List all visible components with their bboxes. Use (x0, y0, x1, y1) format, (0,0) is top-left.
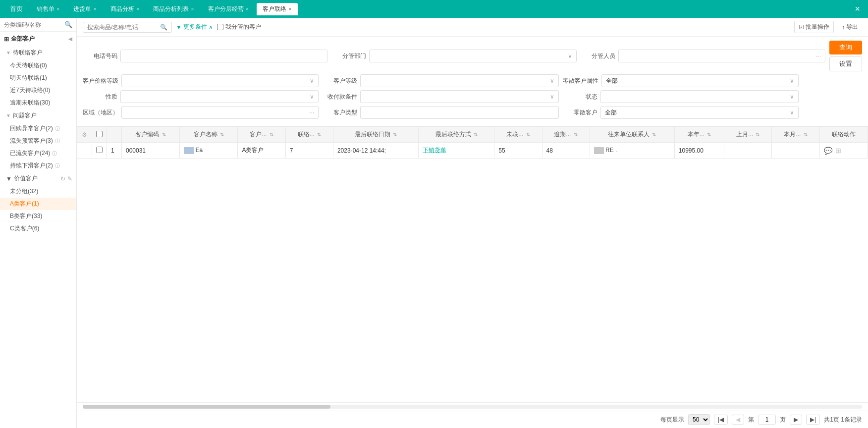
pending-group-label[interactable]: ▼ 待联络客户 (0, 46, 76, 59)
sidebar-item-overdue[interactable]: 逾期未联络(30) (0, 97, 76, 109)
manager-input[interactable]: ··· (618, 50, 825, 62)
checkbox-column-header[interactable] (92, 127, 107, 143)
close-tab-analysis-list[interactable]: × (191, 6, 194, 12)
next-page-button[interactable]: ▶ (790, 415, 802, 425)
manager-label: 分管人员 (581, 52, 615, 60)
sidebar-item-ungrouped[interactable]: 未分组(32) (0, 185, 76, 198)
query-button[interactable]: 查询 (829, 41, 862, 54)
per-page-select[interactable]: 50 (688, 414, 710, 425)
close-tab-analysis[interactable]: × (136, 6, 139, 12)
sidebar-item-abnormal[interactable]: 回购异常客户(2) ⓘ (0, 122, 76, 135)
export-button[interactable]: ↑ 导出 (838, 21, 862, 33)
my-customers-check[interactable] (217, 24, 223, 30)
close-tab-customer-contact[interactable]: × (288, 6, 291, 12)
select-all-checkbox[interactable] (96, 131, 103, 137)
row-last-method[interactable]: 下销货单 (419, 143, 494, 159)
row-checkbox-cell[interactable] (92, 143, 107, 159)
edit-icon[interactable]: ✎ (67, 175, 72, 182)
row-contact: 7 (285, 143, 333, 159)
sidebar-item-declining[interactable]: 持续下滑客户(2) ⓘ (0, 160, 76, 172)
sidebar-item-tomorrow[interactable]: 明天待联络(1) (0, 72, 76, 84)
value-group-label[interactable]: ▼ 价值客户 ↻ ✎ (0, 172, 76, 185)
gear-column-header[interactable]: ⚙ (77, 127, 92, 143)
phone-input[interactable] (120, 50, 327, 62)
uncontacted-column-header[interactable]: 未联... ⇅ (494, 127, 542, 143)
last-method-link[interactable]: 下销货单 (423, 147, 446, 154)
tab-purchase[interactable]: 进货单 × (67, 3, 102, 15)
tab-customer-tier[interactable]: 客户分层经营 × (202, 3, 255, 15)
close-window-button[interactable]: × (851, 4, 864, 14)
sidebar-item-churned[interactable]: 已流失客户(24) ⓘ (0, 147, 76, 160)
chevron-down-icon4: ∨ (550, 77, 554, 84)
scrollbar-thumb[interactable] (83, 405, 330, 409)
this-year-column-header[interactable]: 本年... ⇅ (674, 127, 724, 143)
name-column-header[interactable]: 客户名称 ⇅ (180, 127, 238, 143)
tab-analysis[interactable]: 商品分析 × (105, 3, 145, 15)
sidebar-search-input[interactable] (4, 21, 64, 28)
chat-action-icon[interactable]: 💬 (824, 147, 832, 155)
retail-select[interactable]: 全部 ∨ (600, 106, 799, 119)
current-page-input[interactable] (758, 415, 776, 425)
close-tab-sales[interactable]: × (56, 6, 59, 12)
status-label: 状态 (563, 93, 597, 101)
price-level-select[interactable]: ∨ (121, 74, 319, 87)
grid-action-icon[interactable]: ⊞ (835, 147, 841, 155)
info-icon2: ⓘ (55, 138, 60, 145)
last-page-button[interactable]: ▶| (806, 415, 820, 425)
batch-op-button[interactable]: ☑ 批量操作 (794, 21, 834, 33)
tab-sales[interactable]: 销售单 × (31, 3, 65, 15)
payment-label: 收付款条件 (323, 93, 357, 101)
type-column-header[interactable]: 客户... ⇅ (238, 127, 285, 143)
customer-type-input[interactable] (360, 106, 558, 119)
all-customers-header[interactable]: ⊞ 全部客户 ◀ (0, 32, 76, 46)
info-icon: ⓘ (55, 125, 60, 132)
sort-icon-contact: ⇅ (317, 132, 321, 137)
last-method-column-header[interactable]: 最后联络方式 ⇅ (419, 127, 494, 143)
sidebar-item-7days[interactable]: 近7天待联络(0) (0, 84, 76, 97)
contact-column-header[interactable]: 联络... ⇅ (285, 127, 333, 143)
sidebar-item-churn-warning[interactable]: 流失预警客户(3) ⓘ (0, 135, 76, 147)
filter-cell-manager: 分管人员 ··· (581, 50, 825, 62)
my-customers-checkbox[interactable]: 我分管的客户 (217, 23, 261, 31)
row-code[interactable]: 000031 (122, 143, 180, 159)
main-search-input[interactable] (87, 24, 158, 31)
home-tab[interactable]: 首页 (4, 2, 29, 15)
code-column-header[interactable]: 客户编码 ⇅ (122, 127, 180, 143)
tab-analysis-list[interactable]: 商品分析列表 × (147, 3, 200, 15)
unit-contact-column-header[interactable]: 往来单位联系人 ⇅ (590, 127, 674, 143)
index-column-header (107, 127, 122, 143)
sort-icon-code: ⇅ (162, 132, 166, 137)
overdue-column-header[interactable]: 逾期... ⇅ (542, 127, 590, 143)
horizontal-scrollbar[interactable] (77, 402, 868, 411)
close-tab-purchase[interactable]: × (93, 6, 96, 12)
settings-button[interactable]: 设置 (829, 56, 862, 71)
last-month-column-header[interactable]: 上月... ⇅ (724, 127, 772, 143)
sidebar-item-b-class[interactable]: B类客户(33) (0, 210, 76, 222)
filter-cell-payment: 收付款条件 ∨ (323, 90, 558, 103)
refresh-icon[interactable]: ↻ (60, 175, 65, 182)
last-date-column-header[interactable]: 最后联络日期 ⇅ (333, 127, 418, 143)
more-dots-icon2: ··· (309, 109, 314, 116)
status-select[interactable]: ∨ (600, 90, 799, 103)
sidebar-item-c-class[interactable]: C类客户(6) (0, 222, 76, 235)
tab-customer-contact[interactable]: 客户联络 × (257, 3, 297, 15)
first-page-button[interactable]: |◀ (714, 415, 728, 425)
row-last-date: 2023-04-12 14:44: (333, 143, 418, 159)
retail-attr-select[interactable]: 全部 ∨ (601, 74, 799, 87)
region-input[interactable]: ··· (121, 106, 319, 119)
pagination: 每页显示 50 |◀ ◀ 第 页 ▶ ▶| 共1页 1条记录 (77, 411, 868, 428)
close-tab-customer-tier[interactable]: × (246, 6, 249, 12)
chevron-down-icon: ∧ (209, 24, 213, 31)
problem-group-label[interactable]: ▼ 问题客户 (0, 109, 76, 122)
more-filters-button[interactable]: ▼ 更多条件 ∧ (176, 23, 213, 31)
dept-select[interactable]: ∨ (369, 50, 576, 62)
this-month-column-header[interactable]: 本月... ⇅ (772, 127, 819, 143)
sidebar: 🔍 ⊞ 全部客户 ◀ ▼ 待联络客户 今天待联络(0) 明天待联络(1) 近7天… (0, 18, 77, 428)
row-checkbox[interactable] (96, 147, 103, 153)
prev-page-button[interactable]: ◀ (732, 415, 744, 425)
customer-level-select[interactable]: ∨ (360, 74, 558, 87)
sidebar-item-a-class[interactable]: A类客户(1) (0, 198, 76, 210)
sidebar-item-today[interactable]: 今天待联络(0) (0, 59, 76, 72)
nature-select[interactable]: ∨ (120, 90, 319, 103)
payment-select[interactable]: ∨ (360, 90, 558, 103)
